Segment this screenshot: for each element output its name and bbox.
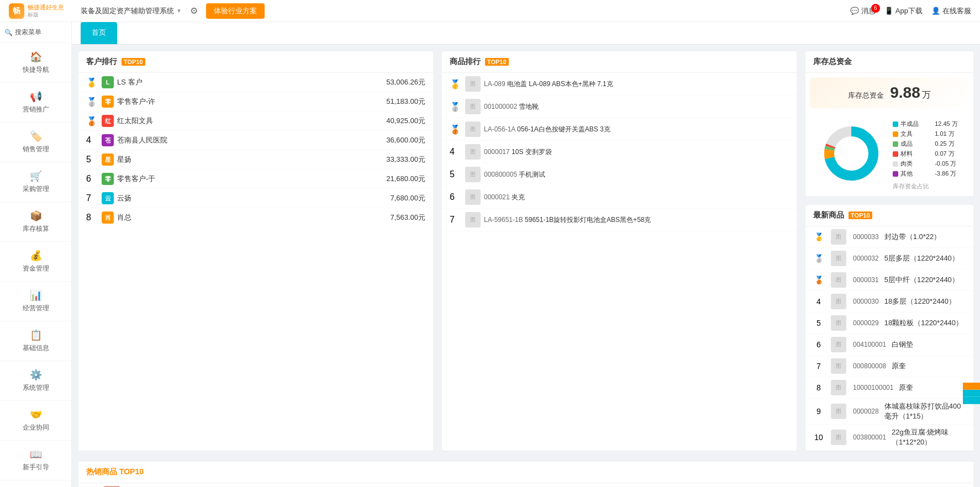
legend-label: 材料 <box>900 150 928 158</box>
new-product-thumb: 图 <box>831 430 846 445</box>
customer-rank-row: 🥉 红 红太阳文具 40,925.00元 <box>78 112 433 131</box>
new-product-thumb: 图 <box>831 294 846 309</box>
search-menu[interactable]: 🔍 搜索菜单 <box>0 22 71 43</box>
sidebar-item-sales[interactable]: 🏷️ 销售管理 <box>0 123 71 162</box>
nav-tabs: 首页 <box>72 22 980 45</box>
new-product-code: 0000028 <box>853 407 879 415</box>
new-product-row: 10 图 003800001 22g鱼豆腐·烧烤味（1*12*20） <box>805 425 973 451</box>
new-product-row: 🥈 图 0000032 5层多层（1220*2440） <box>805 248 973 269</box>
hot-products-title: 热销商品 TOP10 <box>86 467 144 477</box>
rank-name: 苍南县人民医院 <box>117 135 386 145</box>
rank-icon: 5 <box>450 170 462 179</box>
new-product-code: 0000030 <box>853 298 879 305</box>
sidebar-item-finance[interactable]: 💰 资金管理 <box>0 242 71 282</box>
product-info: LA-59651-1B 59651-1B旋转投影灯电池盒ABS黑色+58克 <box>484 215 789 225</box>
inventory-header: 库存总资金 <box>805 51 973 73</box>
product-info: LA-089 电池盖 LA-089 ABS本色+黑种 7.1克 <box>484 80 789 89</box>
product-ranking-title: 商品排行 TOP10 <box>450 57 509 67</box>
product-thumb: 图 <box>465 189 481 205</box>
rank-icon: 7 <box>450 215 462 225</box>
donut-svg <box>821 123 882 184</box>
new-product-name: 5层多层（1220*2440） <box>884 253 966 263</box>
product-thumb: 图 <box>465 76 481 92</box>
legend-item: 肉类 -0.05 万 <box>893 160 958 168</box>
new-product-thumb: 图 <box>831 229 846 245</box>
gear-icon[interactable]: ⚙ <box>186 3 202 19</box>
product-thumb: 图 <box>465 121 481 137</box>
rank-amount: 40,925.00元 <box>386 116 425 126</box>
sidebar-item-operations[interactable]: 📊 经营管理 <box>0 282 71 321</box>
new-products-header: 最新商品 TOP10 <box>805 205 973 226</box>
service-community-button[interactable]: 服务社区 <box>963 390 980 397</box>
rank-name: 红太阳文具 <box>117 116 386 126</box>
tab-home[interactable]: 首页 <box>81 22 117 44</box>
app-download-button[interactable]: 📱 App下载 <box>884 6 923 16</box>
customer-rank-list: 🥇 L LS 客户 53,006.26元 🥈 零 零售客户-许 51,183.0… <box>78 73 433 227</box>
rank-icon: 8 <box>86 213 98 223</box>
new-product-name: 白钢垫 <box>892 340 966 350</box>
operations-icon: 📊 <box>30 289 42 301</box>
rank-amount: 21,680.00元 <box>386 174 425 184</box>
hot-product-row: 🥇 图 0000001 中华神器 <box>78 483 973 487</box>
product-info: 000800005 手机测试 <box>484 170 789 179</box>
rank-icon: 6 <box>813 340 824 349</box>
purchase-icon: 🛒 <box>30 170 42 182</box>
sidebar-item-quick-nav[interactable]: 🏠 快捷导航 <box>0 43 71 83</box>
product-info: LA-056-1A 056-1A白色按键开关盖ABS 3克 <box>484 125 789 134</box>
new-product-code: 0000029 <box>853 319 879 327</box>
product-info: 0000017 10S 变刹罗袋 <box>484 147 789 157</box>
donut-container: 半成品 12.45 万 文具 1.01 万 成品 0.25 万 材料 0.07 … <box>805 113 973 196</box>
rank-badge: 零 <box>102 173 114 185</box>
rank-icon: 🥈 <box>813 254 824 263</box>
new-product-name: 18多层（1220*2440） <box>884 297 966 306</box>
rank-badge: 零 <box>102 96 114 108</box>
rank-icon: 7 <box>86 193 98 203</box>
new-product-thumb: 图 <box>831 315 846 331</box>
legend-dot <box>893 151 898 157</box>
sidebar-item-inventory[interactable]: 📦 库存核算 <box>0 202 71 242</box>
legend-value: -3.86 万 <box>935 170 956 178</box>
sidebar-item-marketing[interactable]: 📢 营销推广 <box>0 83 71 123</box>
product-ranking-section: 商品排行 TOP10 🥇 图 LA-089 电池盖 LA-089 ABS本色+黑… <box>442 51 797 451</box>
rank-icon: 🥇 <box>86 77 98 88</box>
product-rank-row: 🥇 图 LA-089 电池盖 LA-089 ABS本色+黑种 7.1克 <box>442 73 797 96</box>
trial-button[interactable]: 体验行业方案 <box>206 3 265 19</box>
product-rank-row: 🥈 图 001000002 雪地靴 <box>442 96 797 118</box>
customer-rank-row: 8 肖 肖总 7,563.00元 <box>78 208 433 227</box>
main-content: 首页 客户排行 TOP10 🥇 L LS 客户 53,006.26元 🥈 零 零… <box>72 22 980 487</box>
enterprise-icon: 🤝 <box>30 409 42 421</box>
rank-name: 云扬 <box>117 193 390 203</box>
customer-service-button[interactable]: 客服热线 <box>963 383 980 390</box>
inventory-ratio-label: 库存资金占比 <box>893 182 958 190</box>
rank-badge: 红 <box>102 115 114 127</box>
legend-label: 半成品 <box>900 120 928 128</box>
hot-products-list: 🥇 图 0000001 中华神器 🥈 图 000500001 新西兰牛肉（新牛）… <box>78 483 973 487</box>
rank-amount: 51,183.00元 <box>386 97 425 107</box>
customer-ranking-section: 客户排行 TOP10 🥇 L LS 客户 53,006.26元 🥈 零 零售客户… <box>78 51 433 451</box>
new-product-thumb: 图 <box>831 358 846 374</box>
inventory-unit: 万 <box>922 90 931 99</box>
sidebar-item-purchase[interactable]: 🛒 采购管理 <box>0 162 71 202</box>
rank-icon: 🥈 <box>450 102 462 112</box>
legend-dot <box>893 161 898 167</box>
sidebar-item-guide[interactable]: 📖 新手引导 <box>0 441 71 480</box>
base-icon: 📋 <box>30 329 42 341</box>
rank-amount: 33,333.00元 <box>386 155 425 165</box>
rank-name: LS 客户 <box>117 77 386 87</box>
sidebar-item-enterprise[interactable]: 🤝 企业协同 <box>0 401 71 441</box>
rank-name: 零售客户-许 <box>117 97 386 107</box>
new-product-code: 0000031 <box>853 276 879 284</box>
system-selector[interactable]: 装备及固定资产辅助管理系统 ▼ <box>81 6 182 16</box>
system-icon: ⚙️ <box>30 369 42 381</box>
message-button[interactable]: 💬 消息 6 <box>850 6 876 16</box>
inventory-icon: 📦 <box>30 210 42 222</box>
online-service-button[interactable]: 👤 在线客服 <box>931 6 971 16</box>
rank-icon: 10 <box>813 433 824 442</box>
sidebar-item-base[interactable]: 📋 基础信息 <box>0 321 71 361</box>
sidebar-item-system[interactable]: ⚙️ 系统管理 <box>0 361 71 401</box>
direct-button[interactable]: 直播 <box>963 397 980 404</box>
product-rank-row: 5 图 000800005 手机测试 <box>442 163 797 186</box>
product-rank-row: 4 图 0000017 10S 变刹罗袋 <box>442 141 797 163</box>
message-icon: 💬 <box>850 7 859 15</box>
legend-dot <box>893 131 898 137</box>
